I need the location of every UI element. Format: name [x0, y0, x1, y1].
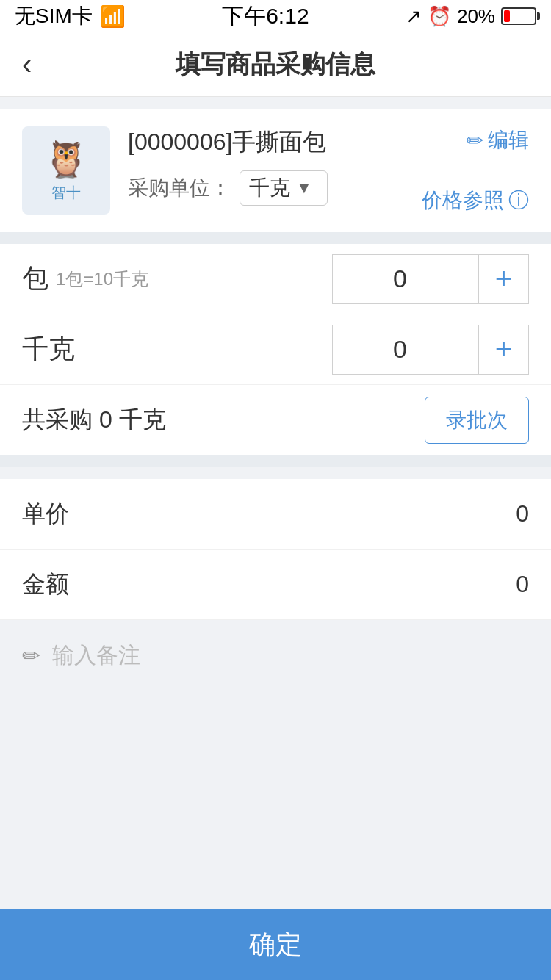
pencil-icon: ✏ [22, 643, 40, 669]
quantity-input-wrap-bao: + [332, 254, 529, 304]
status-right: ↗ ⏰ 20% [406, 5, 536, 28]
amount-label: 金额 [22, 569, 69, 601]
status-left: 无SIM卡 📶 [15, 2, 126, 30]
quantity-section: 包 1包=10千克 + 千克 + [0, 244, 551, 385]
quantity-sublabel-bao: 1包=10千克 [56, 267, 148, 291]
section-divider-2 [0, 455, 551, 467]
unit-price-label: 单价 [22, 498, 69, 530]
edit-button[interactable]: ✏ 编辑 [467, 126, 529, 154]
notes-section[interactable]: ✏ 输入备注 [0, 620, 551, 691]
page-title: 填写商品采购信息 [176, 48, 375, 82]
quantity-input-kg[interactable] [332, 325, 479, 375]
unit-price-value: 0 [516, 500, 529, 527]
status-bar: 无SIM卡 📶 下午6:12 ↗ ⏰ 20% [0, 0, 551, 32]
quantity-label-kg: 千克 [22, 331, 75, 367]
info-icon: ⓘ [508, 187, 529, 215]
product-thumbnail: 🦉 智十 [22, 126, 110, 215]
price-row-unit: 单价 0 [0, 479, 551, 550]
unit-value: 千克 [249, 174, 290, 202]
alarm-icon: ⏰ [428, 5, 451, 28]
unit-label: 采购单位： [128, 174, 231, 202]
sim-text: 无SIM卡 [15, 2, 93, 30]
price-row-amount: 金额 0 [0, 550, 551, 620]
product-logo-icon: 🦉 [44, 139, 88, 180]
quantity-row-bao: 包 1包=10千克 + [0, 244, 551, 314]
section-divider [0, 232, 551, 244]
wifi-icon: 📶 [100, 4, 126, 29]
product-logo-text: 智十 [51, 183, 81, 203]
battery-percent: 20% [457, 5, 495, 28]
quantity-plus-bao[interactable]: + [479, 254, 529, 304]
back-button[interactable]: ‹ [22, 48, 32, 81]
amount-value: 0 [516, 571, 529, 598]
summary-row: 共采购 0 千克 录批次 [0, 385, 551, 455]
nav-bar: ‹ 填写商品采购信息 [0, 32, 551, 97]
battery-icon [501, 7, 536, 25]
quantity-plus-kg[interactable]: + [479, 325, 529, 375]
quantity-row-kg: 千克 + [0, 314, 551, 385]
status-time: 下午6:12 [222, 1, 309, 32]
price-section: 单价 0 金额 0 [0, 479, 551, 620]
location-icon: ↗ [406, 5, 422, 28]
content-area [0, 691, 551, 933]
quantity-input-bao[interactable] [332, 254, 479, 304]
quantity-input-wrap-kg: + [332, 325, 529, 375]
summary-text: 共采购 0 千克 [22, 404, 166, 436]
unit-select[interactable]: 千克 ▼ [240, 170, 328, 206]
quantity-label-bao: 包 [22, 261, 48, 297]
batch-button[interactable]: 录批次 [425, 397, 529, 444]
edit-icon: ✏ [467, 129, 483, 153]
product-card: 🦉 智十 [0000006]手撕面包 采购单位： 千克 ▼ ✏ 编辑 价格参照 … [0, 109, 551, 232]
notes-placeholder: 输入备注 [52, 641, 140, 671]
dropdown-arrow-icon: ▼ [296, 179, 312, 198]
price-reference-button[interactable]: 价格参照 ⓘ [422, 187, 529, 215]
confirm-button[interactable]: 确定 [0, 909, 551, 980]
